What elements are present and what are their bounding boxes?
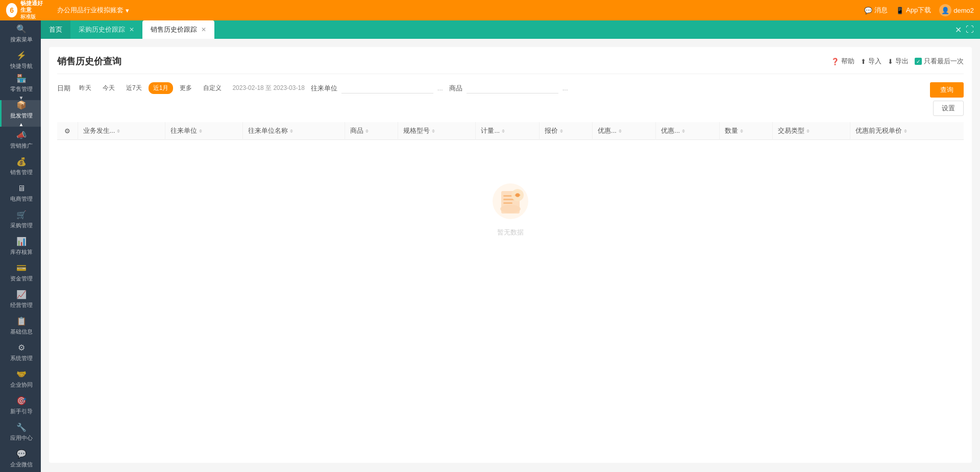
date-btn-0[interactable]: 昨天 <box>75 82 96 94</box>
sidebar-arrow-wholesale: ▲ <box>19 122 24 127</box>
col-qty[interactable]: 数量 <box>719 122 772 140</box>
date-buttons: 昨天今天近7天近1月更多自定义 <box>75 82 226 94</box>
sidebar-item-guide[interactable]: 🎯新手引导 <box>0 392 41 419</box>
app-download-button[interactable]: 📱 App下载 <box>896 6 931 15</box>
sidebar-item-sales[interactable]: 💰销售管理 <box>0 153 41 180</box>
empty-text: 暂无数据 <box>497 228 524 237</box>
help-button[interactable]: ❓ 帮助 <box>831 57 854 66</box>
partner-label: 往来单位 <box>311 84 337 93</box>
sidebar-item-operation[interactable]: 📈经营管理 <box>0 286 41 313</box>
gear-icon[interactable]: ⚙ <box>64 127 70 135</box>
close-all-button[interactable]: ✕ <box>955 25 962 35</box>
col-unit[interactable]: 计量... <box>476 122 539 140</box>
col-goods[interactable]: 商品 <box>345 122 398 140</box>
sidebar-icon-operation: 📈 <box>16 290 27 299</box>
data-table: ⚙ 业务发生... 往来单位 往来单位名称 商品 <box>57 122 964 140</box>
tab-sales[interactable]: 销售历史价跟踪✕ <box>142 20 214 39</box>
sidebar-item-finance[interactable]: 💳资金管理 <box>0 259 41 286</box>
username: demo2 <box>953 7 974 14</box>
sidebar-item-system[interactable]: ⚙系统管理 <box>0 339 41 366</box>
col-label-discount2: 优惠... <box>661 126 680 135</box>
col-gear: ⚙ <box>57 122 78 140</box>
filter-right: 查询 设置 <box>930 82 964 116</box>
sort-icon-goods <box>365 129 369 133</box>
sidebar-item-retail[interactable]: 🏪零售管理▼ <box>0 74 41 100</box>
tab-bar: 首页采购历史价跟踪✕销售历史价跟踪✕ ✕ ⛶ <box>41 20 980 39</box>
sidebar-label-ecommerce: 电商管理 <box>10 195 33 203</box>
sidebar-item-search[interactable]: 🔍搜索菜单 <box>0 20 41 47</box>
sidebar-item-inventory[interactable]: 📊库存核算 <box>0 233 41 259</box>
goods-input[interactable] <box>467 83 558 93</box>
col-price[interactable]: 报价 <box>539 122 592 140</box>
col-label-qty: 数量 <box>725 126 738 135</box>
col-discount1[interactable]: 优惠... <box>593 122 656 140</box>
sidebar-item-wholesale[interactable]: 📦批发管理▲ <box>0 100 41 127</box>
import-button[interactable]: ⬆ 导入 <box>861 57 881 66</box>
sort-icon-discount1 <box>619 129 622 133</box>
only-last-checkbox[interactable]: ✓ 只看最后一次 <box>915 57 964 66</box>
page-title: 销售历史价查询 <box>57 55 121 67</box>
sidebar-item-wechat[interactable]: 💬企业微信 <box>0 445 41 472</box>
sidebar-item-quick[interactable]: ⚡快捷导航 <box>0 47 41 74</box>
col-label-trade_type: 交易类型 <box>778 126 804 135</box>
sidebar-item-purchase[interactable]: 🛒采购管理 <box>0 206 41 233</box>
partner-filter: 往来单位 ... <box>311 83 443 93</box>
tab-purchase[interactable]: 采购历史价跟踪✕ <box>70 20 142 39</box>
sidebar-label-marketing: 营销推广 <box>10 142 33 150</box>
sidebar: 🔍搜索菜单⚡快捷导航🏪零售管理▼📦批发管理▲📣营销推广💰销售管理🖥电商管理🛒采购… <box>0 20 41 472</box>
sidebar-item-collab[interactable]: 🤝企业协同 <box>0 366 41 392</box>
goods-filter: 商品 ... <box>449 83 568 93</box>
col-discount2[interactable]: 优惠... <box>656 122 719 140</box>
account-dropdown[interactable]: 办公用品行业模拟账套 ▾ <box>57 6 129 15</box>
help-icon: ❓ <box>831 58 839 65</box>
export-icon: ⬇ <box>888 58 893 65</box>
svg-point-7 <box>516 193 520 197</box>
sidebar-icon-guide: 🎯 <box>16 396 27 406</box>
sidebar-icon-appstore: 🔧 <box>16 422 27 432</box>
sidebar-icon-marketing: 📣 <box>16 130 27 140</box>
export-button[interactable]: ⬇ 导出 <box>888 57 909 66</box>
col-pre_tax_price[interactable]: 优惠前无税单价 <box>850 122 964 140</box>
partner-input[interactable] <box>341 83 433 93</box>
tab-close-purchase[interactable]: ✕ <box>129 26 134 33</box>
message-icon: 💬 <box>864 7 872 14</box>
sidebar-label-collab: 企业协同 <box>10 381 33 389</box>
sidebar-label-purchase: 采购管理 <box>10 222 33 229</box>
date-btn-2[interactable]: 近7天 <box>121 82 146 94</box>
sidebar-label-search: 搜索菜单 <box>10 36 33 43</box>
user-avatar[interactable]: 👤 demo2 <box>939 4 974 16</box>
date-btn-5[interactable]: 自定义 <box>199 82 226 94</box>
sidebar-icon-sales: 💰 <box>16 157 27 167</box>
date-btn-3[interactable]: 近1月 <box>149 82 174 94</box>
col-spec[interactable]: 规格型号 <box>398 122 476 140</box>
sidebar-item-marketing[interactable]: 📣营销推广 <box>0 127 41 153</box>
tab-home[interactable]: 首页 <box>41 20 70 39</box>
logo-sub: 标准版 <box>20 13 47 20</box>
col-trade_type[interactable]: 交易类型 <box>772 122 850 140</box>
col-label-unit: 计量... <box>481 126 500 135</box>
goods-dots[interactable]: ... <box>562 84 568 92</box>
date-btn-4[interactable]: 更多 <box>175 82 197 94</box>
sidebar-item-appstore[interactable]: 🔧应用中心 <box>0 419 41 445</box>
checkbox-icon: ✓ <box>915 58 922 65</box>
message-button[interactable]: 💬 消息 <box>864 6 888 15</box>
sidebar-label-inventory: 库存核算 <box>10 248 33 256</box>
date-btn-1[interactable]: 今天 <box>98 82 119 94</box>
logo-text: 畅捷通好生意 <box>20 0 47 13</box>
tab-close-sales[interactable]: ✕ <box>201 26 206 33</box>
col-partner_name[interactable]: 往来单位名称 <box>243 122 345 140</box>
query-button[interactable]: 查询 <box>930 82 964 98</box>
sidebar-item-ecommerce[interactable]: 🖥电商管理 <box>0 180 41 206</box>
col-partner_code[interactable]: 往来单位 <box>165 122 243 140</box>
sidebar-item-basic[interactable]: 📋基础信息 <box>0 313 41 339</box>
partner-dots[interactable]: ... <box>437 84 443 92</box>
sort-icon-discount2 <box>682 129 685 133</box>
page-title-bar: 销售历史价查询 ❓ 帮助 ⬆ 导入 ⬇ 导出 ✓ 只看最后一次 <box>57 55 964 74</box>
sidebar-icon-ecommerce: 🖥 <box>17 184 26 193</box>
settings-button[interactable]: 设置 <box>933 101 964 116</box>
col-label-price: 报价 <box>545 126 558 135</box>
col-biz_date[interactable]: 业务发生... <box>78 122 165 140</box>
date-filter: 日期 昨天今天近7天近1月更多自定义 2023-02-18 至 2023-03-… <box>57 82 305 94</box>
tab-bar-right: ✕ ⛶ <box>955 25 980 35</box>
maximize-button[interactable]: ⛶ <box>966 25 974 34</box>
